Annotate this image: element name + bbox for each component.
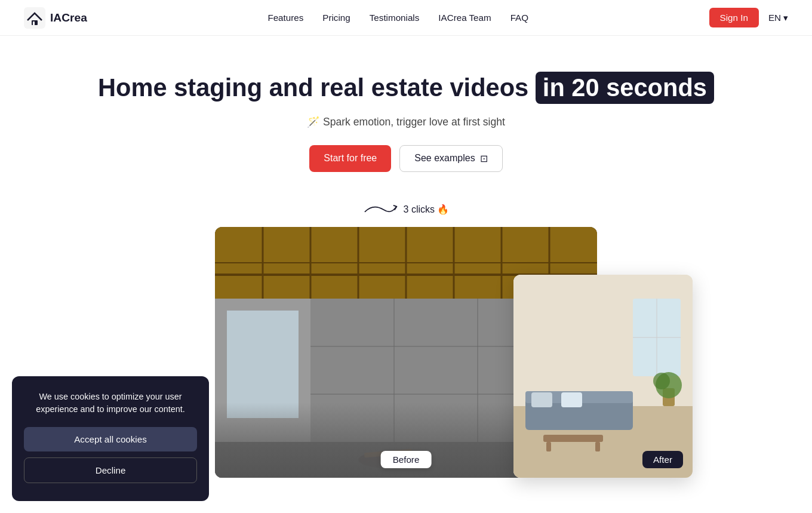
nav-links: Features Pricing Testimonials IACrea Tea… [267,13,528,23]
arrow-icon [363,201,399,219]
before-label: Before [381,451,432,468]
logo[interactable]: IACrea [24,7,87,29]
hero-buttons: Start for free See examples ⊡ [12,145,800,172]
svg-rect-33 [546,442,551,451]
logo-icon [24,7,45,29]
examples-icon: ⊡ [480,153,488,164]
language-label: EN [768,13,781,23]
nav-item-team[interactable]: IACrea Team [438,13,491,23]
after-room-svg [513,275,693,478]
nav-right: Sign In EN ▾ [709,8,788,27]
cookie-banner: We use cookies to optimize your user exp… [12,376,209,501]
nav-item-testimonials[interactable]: Testimonials [370,13,420,23]
nav-item-pricing[interactable]: Pricing [322,13,350,23]
svg-rect-32 [543,435,603,442]
see-examples-label: See examples [414,153,475,164]
cookie-message: We use cookies to optimize your user exp… [24,391,197,416]
subtitle-text: Spark emotion, trigger love at first sig… [323,116,505,128]
hero-title: Home staging and real estate videos in 2… [12,72,800,104]
language-selector[interactable]: EN ▾ [768,13,788,23]
svg-rect-31 [561,392,582,407]
svg-rect-34 [595,442,600,451]
chevron-down-icon: ▾ [783,13,788,23]
sign-in-button[interactable]: Sign In [709,8,759,27]
hero-title-highlight: in 20 seconds [536,72,714,104]
clicks-label: 3 clicks 🔥 [404,204,450,215]
subtitle-emoji: 🪄 [307,116,320,128]
svg-rect-15 [227,311,299,418]
svg-rect-2 [33,21,35,25]
decline-cookies-button[interactable]: Decline [24,457,197,483]
navbar: IACrea Features Pricing Testimonials IAC… [0,0,812,36]
hero-title-start: Home staging and real estate videos [98,73,528,102]
svg-rect-30 [531,392,552,407]
after-label: After [642,451,683,468]
nav-item-faq[interactable]: FAQ [510,13,528,23]
after-image-container: After [513,275,693,478]
clicks-area: 3 clicks 🔥 [0,201,812,219]
start-free-button[interactable]: Start for free [309,145,391,172]
nav-item-features[interactable]: Features [267,13,303,23]
svg-point-40 [653,373,670,389]
hero-section: Home staging and real estate videos in 2… [0,36,812,190]
see-examples-button[interactable]: See examples ⊡ [399,145,502,172]
svg-rect-0 [24,7,45,29]
accept-cookies-button[interactable]: Accept all cookies [24,427,197,451]
hero-subtitle: 🪄 Spark emotion, trigger love at first s… [12,116,800,128]
logo-text: IACrea [50,11,87,24]
